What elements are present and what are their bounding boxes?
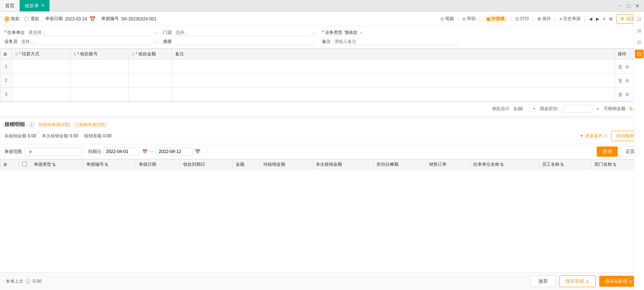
right-panel-screenshot-icon[interactable]: ⊡: [635, 50, 644, 58]
pending-tab[interactable]: 待核销单据(0笔): [39, 122, 70, 128]
refund-radio-label: 退款: [31, 16, 39, 22]
sort-staff[interactable]: 员工名称 ⇅: [542, 161, 588, 168]
copy-icon-2[interactable]: ⊕: [625, 78, 629, 83]
operations-button[interactable]: ⚙ 操作: [537, 16, 551, 22]
due-date-to-input[interactable]: [156, 148, 193, 156]
nav-grid[interactable]: ⊞: [609, 16, 613, 21]
done-tab[interactable]: 已核销单据(0笔): [75, 122, 106, 128]
account-cell-3[interactable]: [70, 87, 129, 101]
bt-th-current-verify-label: 本次核销金额: [316, 162, 342, 167]
remark-input-2[interactable]: [172, 76, 614, 85]
bt-th-checkbox[interactable]: [19, 160, 31, 170]
business-type-chevron[interactable]: ∨: [360, 31, 362, 35]
save-draft-button[interactable]: 保存草稿 ∧: [559, 275, 596, 287]
tab-receipt[interactable]: 收款单 ✕: [20, 0, 50, 11]
print-button[interactable]: ⊡ 打印: [515, 16, 529, 22]
delete-icon-1[interactable]: 🗑: [618, 64, 623, 70]
account-input-3[interactable]: [70, 90, 128, 99]
sort-bill-type[interactable]: 单据类型 ⇅: [34, 161, 80, 168]
sort-icon-3: ⇅: [131, 52, 134, 56]
discount-input[interactable]: [563, 105, 592, 113]
remark-cell-2[interactable]: [172, 74, 615, 87]
form-row-2: 业务员 ··· 摘要 备注: [4, 38, 640, 45]
account-cell-1[interactable]: [70, 60, 129, 74]
refund-radio[interactable]: 退款: [24, 16, 39, 22]
remark-input[interactable]: [333, 38, 460, 45]
settlement-cell-2[interactable]: [12, 74, 70, 87]
due-date-from-input[interactable]: [103, 148, 140, 156]
current-verify-label: 本次核销金额: [42, 133, 68, 139]
query-button[interactable]: 查询: [597, 146, 618, 157]
bt-th-gear[interactable]: ⚙: [0, 160, 19, 170]
settlement-input-1[interactable]: [12, 62, 70, 71]
copy-icon-1[interactable]: ⊕: [625, 64, 629, 70]
nav-menu[interactable]: ≡: [603, 16, 605, 21]
amount-input-1[interactable]: [129, 62, 172, 71]
remark-cell-1[interactable]: [172, 60, 615, 74]
settlement-cell-3[interactable]: [12, 87, 70, 101]
delete-icon-2[interactable]: 🗑: [618, 78, 623, 83]
account-input-2[interactable]: [70, 76, 128, 85]
tab-close-icon[interactable]: ✕: [41, 3, 44, 8]
remark-input-1[interactable]: [172, 62, 614, 71]
bill-date-label: 单据日期: [45, 16, 63, 22]
more-conditions-btn[interactable]: ▼ 更多条件 ∧: [580, 133, 608, 139]
nav-next[interactable]: ▶: [596, 16, 599, 21]
verify-info-icon[interactable]: ℹ: [29, 122, 34, 127]
carry-over-info-icon[interactable]: ℹ: [25, 279, 31, 284]
settlement-input-3[interactable]: [12, 90, 70, 99]
amount-input-2[interactable]: [129, 76, 172, 85]
calendar-icon-to[interactable]: 📅: [195, 149, 200, 154]
history-button[interactable]: ≡ 历史单据: [559, 16, 581, 22]
settlement-input-2[interactable]: [12, 76, 70, 85]
copy-icon-3[interactable]: ⊕: [625, 91, 629, 97]
amount-cell-2[interactable]: [129, 74, 172, 87]
bill-no-value[interactable]: SK-20230324-001: [121, 16, 156, 21]
account-input-1[interactable]: [70, 62, 128, 71]
sep2: |: [479, 16, 480, 21]
staff-input[interactable]: [20, 38, 151, 45]
store-input[interactable]: [174, 29, 310, 36]
remark-label: 备注: [322, 39, 331, 45]
counterparty-more-icon[interactable]: ···: [153, 30, 157, 36]
save-new-button[interactable]: 保存&新增 ∧: [599, 276, 638, 287]
sort-counterparty[interactable]: 往来单位名称 ⇅: [473, 161, 536, 168]
video-label: 视频: [445, 16, 454, 22]
nav-prev[interactable]: ◀: [589, 16, 592, 21]
amount-input-3[interactable]: [129, 90, 172, 99]
shortcut-button[interactable]: ▣ 快捷键: [484, 15, 507, 23]
remark-cell-3[interactable]: [172, 87, 615, 101]
th-gear[interactable]: ⚙: [0, 49, 12, 60]
amount-cell-3[interactable]: [129, 87, 172, 101]
amount-cell-1[interactable]: [129, 60, 172, 74]
operations-icon: ⚙: [537, 16, 541, 21]
calendar-icon-from[interactable]: 📅: [142, 149, 148, 154]
remark-input-3[interactable]: [172, 90, 614, 99]
th-amount-label: 收款金额: [136, 51, 156, 56]
account-cell-2[interactable]: [70, 74, 129, 87]
right-panel-doc-icon[interactable]: ⊠: [635, 26, 644, 35]
store-more-icon[interactable]: ···: [312, 30, 316, 36]
right-panel-link-icon[interactable]: ⊞: [635, 38, 644, 47]
counterparty-input[interactable]: [27, 29, 151, 36]
delete-icon-3[interactable]: 🗑: [618, 91, 623, 97]
tab-home[interactable]: 首页: [0, 0, 20, 11]
bill-date-value[interactable]: 2023-03-24: [65, 16, 87, 21]
help-button[interactable]: ⊙ 帮助: [462, 16, 476, 22]
video-button[interactable]: ⊙ 视频: [440, 16, 454, 22]
verify-title: 核销明细: [4, 121, 25, 128]
calendar-icon[interactable]: 📅: [89, 16, 95, 22]
maximize-button[interactable]: □: [626, 3, 632, 9]
sort-bill-no[interactable]: 单据编号 ⇅: [86, 161, 133, 168]
right-panel-table-icon[interactable]: ⊟: [635, 15, 644, 23]
staff-more-icon[interactable]: ···: [153, 39, 157, 45]
receipt-radio[interactable]: 收款: [4, 16, 20, 22]
summary-input[interactable]: [174, 38, 316, 45]
abandon-button[interactable]: 放弃: [531, 275, 555, 287]
select-all-checkbox[interactable]: [22, 162, 27, 166]
settlement-cell-1[interactable]: [12, 60, 70, 74]
history-icon: ≡: [559, 16, 562, 21]
close-button[interactable]: ✕: [635, 3, 640, 9]
minimize-button[interactable]: －: [617, 3, 623, 9]
range-select[interactable]: ∨: [24, 148, 82, 156]
